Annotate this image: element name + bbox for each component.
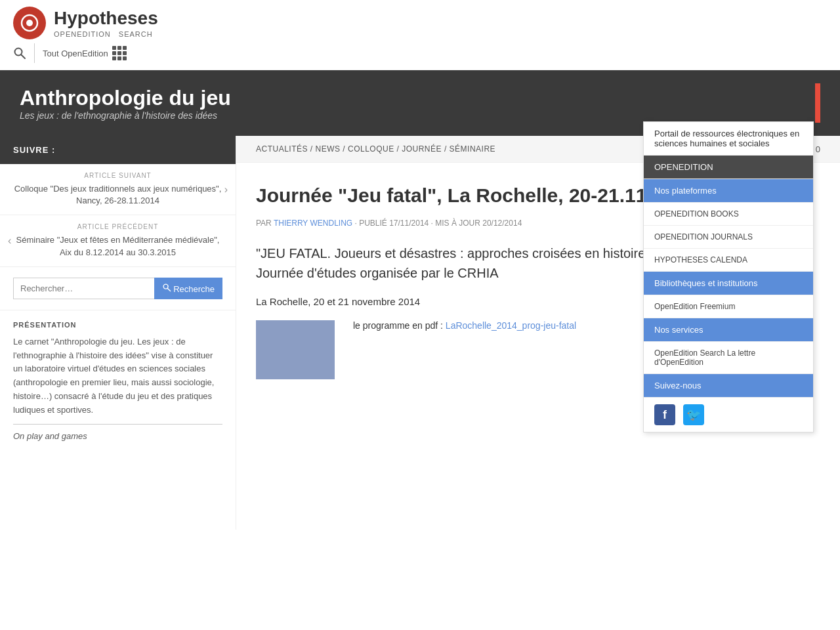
search-icon[interactable]	[13, 47, 26, 60]
meta-published: · PUBLIÉ 17/11/2014 · MIS À JOUR 20/12/2…	[352, 219, 522, 228]
dropdown-openedition[interactable]: OPENEDITION	[644, 156, 813, 179]
article-image	[256, 320, 335, 379]
accent-bar	[815, 83, 820, 123]
presentation-section: PRÉSENTATION Le carnet "Anthropologie du…	[0, 310, 236, 452]
prev-arrow-icon: ‹	[8, 235, 11, 247]
article-suivant-label: ARTICLE SUIVANT	[13, 172, 222, 179]
divider	[34, 43, 35, 63]
openedition-link[interactable]: OPENEDITION	[54, 30, 111, 38]
article-precedent-title[interactable]: Séminaire "Jeux et fêtes en Méditerranée…	[13, 234, 222, 258]
search-link[interactable]: SEARCH	[119, 30, 153, 38]
article-suivant-nav[interactable]: ARTICLE SUIVANT Colloque "Des jeux tradi…	[0, 164, 236, 215]
svg-line-3	[22, 55, 26, 59]
search-button-label: Recherche	[173, 284, 215, 294]
article-precedent-nav[interactable]: ARTICLE PRÉCÉDENT Séminaire "Jeux et fêt…	[0, 215, 236, 266]
presentation-title: PRÉSENTATION	[13, 321, 222, 329]
presentation-text: Le carnet "Anthropologie du jeu. Les jeu…	[13, 335, 222, 417]
sidebar: SUIVRE : ARTICLE SUIVANT Colloque "Des j…	[0, 136, 236, 530]
pdf-link[interactable]: LaRochelle_2014_prog-jeu-fatal	[446, 320, 576, 331]
excerpt-line2: Journée d'études organisée par le CRHIA	[256, 266, 499, 280]
search-button[interactable]: Recherche	[154, 278, 223, 299]
tout-openedition-button[interactable]: Tout OpenEdition	[43, 46, 127, 60]
article-author[interactable]: THIERRY WENDLING	[274, 219, 352, 228]
dropdown-journals[interactable]: OPENEDITION JOURNALS	[644, 226, 813, 249]
grid-icon	[112, 46, 127, 60]
pdf-prefix: le programme en pdf :	[353, 320, 446, 331]
svg-point-1	[26, 20, 33, 26]
site-subtitle: Les jeux : de l'ethnographie à l'histoir…	[20, 110, 231, 121]
dropdown-suivez-nous: Suivez-nous	[644, 374, 813, 398]
pdf-link-container: le programme en pdf : LaRochelle_2014_pr…	[353, 320, 576, 331]
suivre-bar: SUIVRE :	[0, 136, 236, 164]
logo-icon[interactable]	[13, 7, 46, 39]
dropdown-bibliotheques[interactable]: Bibliothèques et institutions	[644, 272, 813, 295]
twitter-icon[interactable]: 🐦	[683, 404, 704, 425]
header: Hypotheses OPENEDITION SEARCH Tout OpenE…	[0, 0, 840, 70]
tout-openedition-label: Tout OpenEdition	[43, 49, 108, 58]
meta-par: PAR	[256, 219, 274, 228]
dropdown-portal: Portail de ressources électroniques en s…	[644, 122, 813, 156]
dropdown-nos-plateformes[interactable]: Nos plateformes	[644, 179, 813, 203]
search-input[interactable]	[13, 278, 154, 299]
dropdown-hypotheses[interactable]: HYPOTHESES CALENDA	[644, 249, 813, 272]
article-precedent-label: ARTICLE PRÉCÉDENT	[13, 223, 222, 230]
article-suivant-title[interactable]: Colloque "Des jeux traditionnels aux jeu…	[13, 183, 222, 207]
suivre-label: SUIVRE :	[13, 145, 55, 155]
dropdown-panel: Portail de ressources électroniques en s…	[643, 121, 814, 432]
dropdown-freemium[interactable]: OpenEdition Freemium	[644, 295, 813, 318]
site-logo-text[interactable]: Hypotheses	[54, 8, 158, 29]
dropdown-books[interactable]: OPENEDITION BOOKS	[644, 203, 813, 226]
site-title[interactable]: Anthropologie du jeu	[20, 86, 231, 110]
header-sub-links: OPENEDITION SEARCH	[54, 30, 158, 38]
search-sidebar: Recherche	[0, 267, 236, 310]
comment-number: 0	[816, 144, 820, 154]
breadcrumb[interactable]: ACTUALITÉS / NEWS / COLLOQUE / JOURNÉE /…	[256, 144, 495, 154]
svg-line-5	[167, 288, 170, 291]
facebook-icon[interactable]: f	[654, 404, 675, 425]
dropdown-social: f 🐦	[644, 398, 813, 432]
search-button-icon	[162, 283, 171, 292]
divider	[13, 424, 222, 425]
dropdown-nos-services[interactable]: Nos services	[644, 318, 813, 342]
on-play-text: On play and games	[13, 431, 222, 441]
next-arrow-icon: ›	[224, 184, 228, 196]
dropdown-search-lettre[interactable]: OpenEdition Search La lettre d'OpenEditi…	[644, 342, 813, 374]
